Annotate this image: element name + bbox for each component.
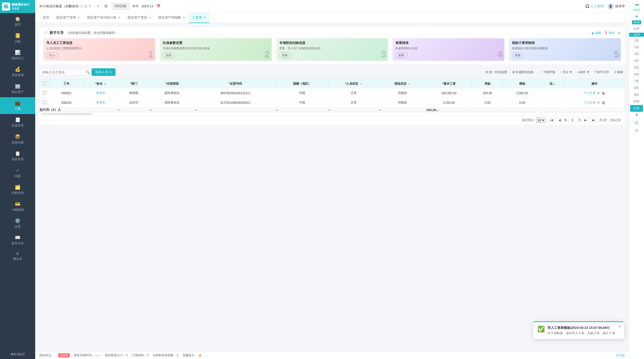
add-account-button[interactable]: ＋ [95, 3, 101, 10]
year-up-button[interactable]: ▲ [634, 13, 640, 19]
sidebar-item-archive[interactable]: 🗂️ 归档管理 [0, 181, 35, 198]
newbie-guide-button[interactable]: ? 新手引导 [593, 69, 611, 75]
step-2-button[interactable]: 设置› [163, 53, 175, 58]
tab-payroll[interactable]: 工资表 ✕ [189, 13, 210, 23]
export-button[interactable]: ↑ 导出 ▼ [559, 69, 574, 75]
prev-page-button[interactable]: ◀ [556, 118, 563, 123]
panel-tool-icon-1[interactable]: ⟳ [635, 120, 638, 126]
sort-name-icon[interactable]: ⇅ [104, 82, 106, 85]
guide-close-button[interactable]: ✕ [618, 31, 621, 35]
page-number-input[interactable] [568, 118, 577, 123]
sidebar-item-reports[interactable]: 📊 报表中心 [0, 47, 35, 64]
sidebar-item-payroll[interactable]: 💼 工资 [0, 97, 35, 114]
tab-fixed-assets-close[interactable]: ✕ [77, 16, 80, 19]
filter-report-status-icon[interactable]: ▼ [408, 82, 410, 85]
account-selector[interactable]: 刘小艳演示账套（勿删勿动！）1 ▼ [39, 4, 91, 9]
month-4[interactable]: 4月 [629, 58, 644, 64]
step-1-button[interactable]: 导入› [46, 53, 58, 58]
table-footer: 每页显示 10 20 50 |◀ ◀ 第 页 ▶ ▶| 共1页，2条记录 [39, 115, 625, 125]
search-icon[interactable]: 🔍 [86, 70, 90, 74]
row1-checkbox[interactable] [43, 91, 46, 94]
tab-home[interactable]: 首页 [39, 13, 53, 23]
sidebar-item-tax[interactable]: 📋 税务管理 [0, 148, 35, 165]
month-3[interactable]: 3月 [629, 51, 644, 58]
sidebar-item-inventory[interactable]: 📦 进销台账 [0, 131, 35, 148]
col-name: *姓名 ⇅ [83, 79, 118, 88]
add-employee-button[interactable]: 添加人员 ▼ [92, 68, 115, 76]
step-5-button[interactable]: 查看› [512, 53, 524, 58]
unpin-sidebar-button[interactable]: ◀取消固定 [0, 350, 35, 359]
social-security-button[interactable]: ⚙ 统一社保设置 [484, 69, 509, 75]
search-input[interactable] [42, 70, 84, 74]
last-page-button[interactable]: ▶| [590, 118, 597, 123]
month-10[interactable]: 10月 [629, 98, 644, 105]
month-8[interactable]: 8月 [629, 85, 644, 91]
tab-asset-category[interactable]: 固定资产类别 ✕ [124, 13, 155, 23]
row1-name-link[interactable]: 徐泽华 [96, 91, 105, 95]
settings-button[interactable]: ⚙ [103, 3, 109, 10]
tab-depreciation-close[interactable]: ✕ [118, 16, 120, 19]
first-page-button[interactable]: |◀ [547, 118, 555, 123]
refresh-button[interactable]: ↺ 刷新 [613, 69, 625, 75]
month-11[interactable]: 11月 [630, 105, 643, 112]
ai-consult-button[interactable]: 🎧 人工咨询 [585, 4, 603, 9]
calendar-icon[interactable]: 📅 [156, 4, 160, 8]
month-2[interactable]: 2月 [629, 44, 644, 51]
month-12[interactable]: 12月 [629, 25, 644, 32]
sidebar-item-ledger[interactable]: 📒 总账 [0, 30, 35, 47]
month-5[interactable]: 5月 [629, 64, 644, 71]
tab-payroll-close[interactable]: ✕ [204, 16, 206, 19]
filter-status-icon[interactable]: ▼ [360, 82, 362, 85]
row2-delete-icon[interactable]: 🗑 [602, 101, 605, 105]
sidebar-item-funds[interactable]: 💰 资金管理 [0, 64, 35, 80]
panel-expand-button[interactable]: ◀◀ [633, 2, 641, 7]
special-deduct-button[interactable]: ⊞ 专项附加扣除 [511, 69, 535, 75]
per-page-select[interactable]: 10 20 50 [536, 118, 545, 123]
tab-depreciation[interactable]: 固定资产折旧统计表 ✕ [84, 13, 124, 23]
sidebar-item-invoices[interactable]: 🧾 发票管理 [0, 114, 35, 131]
month-9[interactable]: 9月 [629, 91, 644, 98]
sidebar-item-fixed-assets[interactable]: 🏢 固定资产 [0, 80, 35, 97]
sidebar-item-member[interactable]: V 畅会员 [0, 249, 35, 264]
next-page-button[interactable]: ▶ [582, 118, 589, 123]
month-6[interactable]: 6月 [629, 71, 644, 78]
notification-close-button[interactable]: ✕ [618, 324, 621, 329]
row1-social-button[interactable]: 个人社保 [584, 91, 596, 95]
select-all-checkbox[interactable] [43, 82, 46, 85]
tax-report-button[interactable]: 📄 个税申报 [537, 69, 557, 75]
row2-checkbox[interactable] [43, 100, 46, 104]
tab-asset-detail-close[interactable]: ✕ [183, 16, 185, 19]
operate-button[interactable]: ≡ 操作 ▼ [576, 69, 591, 75]
old-version-button[interactable]: 切到旧版 [112, 3, 129, 10]
sidebar-item-guide[interactable]: 📖 新手引导 [0, 232, 35, 249]
row2-social-button[interactable]: 个人社保 [584, 100, 596, 105]
fixed-assets-icon: 🏢 [15, 83, 20, 89]
video-link[interactable]: ▶ 视频 [592, 31, 601, 35]
sidebar-item-home[interactable]: 🏠 首页 [0, 13, 35, 30]
row2-name-link[interactable]: 李俊杰 [96, 101, 105, 104]
row1-delete-icon[interactable]: 🗑 [602, 91, 605, 95]
help-link[interactable]: ❓ 帮助 [604, 31, 615, 35]
tab-fixed-assets[interactable]: 固定资产管理 ✕ [53, 13, 84, 23]
year-down-button[interactable]: ▼ [634, 112, 640, 118]
step-3-button[interactable]: 查看› [279, 53, 291, 58]
row2-status: 正常 [329, 98, 379, 108]
scrollbar-thumb[interactable] [41, 113, 92, 115]
tab-asset-detail[interactable]: 固定资产明细账 ✕ [155, 13, 189, 23]
sidebar-item-expense[interactable]: 💳 小畅报销 [0, 198, 35, 215]
newbie-guide-label: 新手引导 [597, 70, 609, 74]
year-2023-badge[interactable]: 2023 [629, 33, 644, 37]
user-info[interactable]: 👤 徐泽华 [608, 3, 625, 9]
month-7[interactable]: 7月 [629, 78, 644, 85]
year-badge[interactable]: 2023 [632, 20, 641, 24]
step-4-button[interactable]: 查看› [395, 53, 408, 58]
go-auth-link[interactable]: 去充值 [616, 353, 625, 357]
row2-edit-icon[interactable]: ✏ [597, 101, 600, 105]
month-1[interactable]: 1月 [629, 37, 644, 44]
tab-asset-category-close[interactable]: ✕ [149, 16, 151, 19]
panel-tool-icon-2[interactable]: ⚙ [635, 128, 639, 133]
row1-edit-icon[interactable]: ✏ [597, 91, 600, 95]
sidebar-item-settings[interactable]: ⚙️ 设置 [0, 215, 35, 232]
horizontal-scrollbar[interactable] [39, 112, 625, 115]
sidebar-item-close[interactable]: ✓ 结账 [0, 165, 35, 181]
